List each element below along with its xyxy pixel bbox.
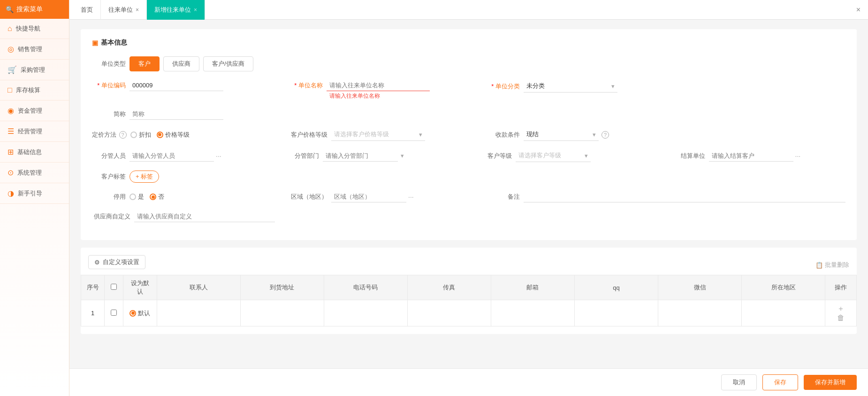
- stop-no-radio[interactable]: 否: [150, 193, 164, 201]
- stop-yes-radio[interactable]: 是: [129, 193, 144, 201]
- department-arrow: ▾: [401, 152, 404, 159]
- sidebar-item-quick-nav[interactable]: ⌂ 快捷导航: [0, 19, 69, 39]
- cell-check: [105, 300, 123, 326]
- cell-address[interactable]: [240, 300, 324, 326]
- tags-field: 客户标签 + 标签: [92, 171, 270, 183]
- department-input[interactable]: [323, 150, 398, 162]
- sidebar-item-finance[interactable]: ◉ 资金管理: [0, 101, 69, 121]
- cell-qq[interactable]: [574, 300, 658, 326]
- cell-wechat[interactable]: [658, 300, 742, 326]
- supplier-custom-label: 供应商自定义: [92, 212, 134, 221]
- address-input[interactable]: [245, 310, 319, 317]
- tab-home[interactable]: 首页: [73, 0, 101, 20]
- save-new-button[interactable]: 保存并新增: [804, 375, 857, 390]
- tab-bar-close-all[interactable]: ×: [853, 6, 864, 14]
- unit-code-input[interactable]: [129, 80, 223, 91]
- wechat-input[interactable]: [663, 310, 737, 317]
- supplier-custom-input[interactable]: [134, 211, 275, 222]
- default-radio[interactable]: 默认: [129, 309, 150, 318]
- tab-contacts[interactable]: 往来单位 ×: [101, 0, 147, 20]
- sidebar: 🔍 搜索菜单 ⌂ 快捷导航 ◎ 销售管理 🛒 采购管理 □ 库存核算 ◉ 资金管…: [0, 0, 69, 396]
- stop-radio-group: 是 否: [129, 193, 164, 201]
- cell-fax[interactable]: [407, 300, 491, 326]
- pricing-discount-radio[interactable]: 折扣: [130, 131, 151, 139]
- tab-contacts-close[interactable]: ×: [136, 7, 139, 13]
- payment-terms-label: 收款条件: [486, 131, 524, 139]
- cell-action: ＋ 🗑: [825, 300, 857, 326]
- stop-region-row: 停用 是 否 区域（地区）: [92, 191, 845, 202]
- footer-bar: 取消 保存 保存并新增: [69, 368, 868, 396]
- region-dots[interactable]: ···: [406, 193, 416, 201]
- customer-price-label: 客户价格等级: [289, 131, 331, 139]
- unit-type-field: 单位类型 客户 供应商 客户/供应商: [92, 56, 845, 71]
- unit-code-name-row: * 单位编码 * 单位名称 请输入往来单位名称: [92, 80, 845, 100]
- short-name-input[interactable]: [129, 109, 223, 120]
- cell-contact[interactable]: [157, 300, 240, 326]
- unit-type-supplier[interactable]: 供应商: [163, 56, 199, 71]
- unit-type-both[interactable]: 客户/供应商: [203, 56, 253, 71]
- department-label: 分管部门: [285, 152, 323, 160]
- unit-category-select[interactable]: 未分类 ▾: [524, 80, 617, 93]
- stop-field: 停用 是 否: [92, 193, 270, 201]
- sidebar-item-stock[interactable]: □ 库存核算: [0, 80, 69, 101]
- sidebar-item-operations[interactable]: ☰ 经营管理: [0, 121, 69, 142]
- manager-dots[interactable]: ···: [214, 152, 223, 160]
- cell-email[interactable]: [491, 300, 574, 326]
- custom-settings-button[interactable]: ⚙ 自定义项设置: [88, 255, 145, 269]
- region-input[interactable]: [331, 191, 406, 202]
- unit-name-input[interactable]: [327, 80, 430, 91]
- department-field: 分管部门 ▾: [285, 150, 460, 162]
- manager-field: 分管人员 ···: [92, 150, 266, 162]
- sidebar-item-system[interactable]: ⊙ 系统管理: [0, 163, 69, 183]
- pricing-help-icon[interactable]: ?: [119, 131, 127, 139]
- payment-terms-select[interactable]: 现结 ▾: [524, 128, 599, 141]
- sidebar-item-sales[interactable]: ◎ 销售管理: [0, 39, 69, 60]
- add-tag-button[interactable]: + 标签: [129, 171, 159, 183]
- settlement-input[interactable]: [709, 150, 793, 162]
- pricing-price-level-circle: [157, 132, 163, 138]
- payment-terms-field: 收款条件 现结 ▾ ?: [486, 128, 664, 141]
- payment-terms-help-icon[interactable]: ?: [602, 131, 609, 139]
- sidebar-item-guide[interactable]: ◑ 新手引导: [0, 183, 69, 204]
- fax-input[interactable]: [412, 310, 486, 317]
- notes-label: 备注: [486, 193, 524, 201]
- row-checkbox[interactable]: [111, 310, 117, 316]
- pricing-price-level-radio[interactable]: 价格等级: [157, 131, 190, 139]
- batch-delete-icon: 📋: [815, 262, 823, 269]
- tab-new-contact-close[interactable]: ×: [194, 7, 197, 13]
- customer-level-arrow: ▾: [585, 152, 588, 159]
- basic-icon: ⊞: [8, 148, 14, 156]
- region-table-input[interactable]: [746, 310, 820, 317]
- sidebar-search[interactable]: 🔍 搜索菜单: [0, 0, 69, 19]
- row-add-button[interactable]: ＋: [837, 304, 845, 312]
- cell-region[interactable]: [742, 300, 825, 326]
- manager-input[interactable]: [129, 150, 214, 162]
- col-qq: qq: [574, 275, 658, 300]
- pricing-radio-group: 折扣 价格等级: [130, 131, 190, 139]
- email-input[interactable]: [496, 310, 570, 317]
- settlement-label: 结算单位: [671, 152, 709, 160]
- tab-new-contact[interactable]: 新增往来单位 ×: [147, 0, 205, 20]
- unit-type-customer[interactable]: 客户: [129, 56, 160, 71]
- customer-level-label: 客户等级: [478, 152, 516, 160]
- sidebar-item-basic[interactable]: ⊞ 基础信息: [0, 142, 69, 163]
- cancel-button[interactable]: 取消: [721, 374, 757, 390]
- search-icon: 🔍: [6, 6, 14, 13]
- settlement-dots[interactable]: ···: [793, 152, 803, 160]
- contact-input[interactable]: [162, 310, 236, 317]
- guide-icon: ◑: [8, 189, 14, 198]
- phone-input[interactable]: [329, 310, 403, 317]
- customer-price-select[interactable]: 请选择客户价格等级 ▾: [331, 128, 425, 141]
- notes-input[interactable]: [524, 191, 845, 202]
- save-button[interactable]: 保存: [762, 374, 798, 390]
- stock-icon: □: [8, 86, 12, 94]
- col-phone: 电话号码: [324, 275, 407, 300]
- customer-level-select[interactable]: 请选择客户等级 ▾: [516, 149, 591, 162]
- row-delete-button[interactable]: 🗑: [837, 314, 845, 322]
- cell-phone[interactable]: [324, 300, 407, 326]
- select-all-checkbox[interactable]: [111, 284, 117, 290]
- sidebar-item-purchase[interactable]: 🛒 采购管理: [0, 60, 69, 80]
- batch-delete-button[interactable]: 📋 批量删除: [815, 261, 849, 269]
- qq-input[interactable]: [579, 310, 653, 317]
- unit-name-label: * 单位名称: [289, 81, 327, 90]
